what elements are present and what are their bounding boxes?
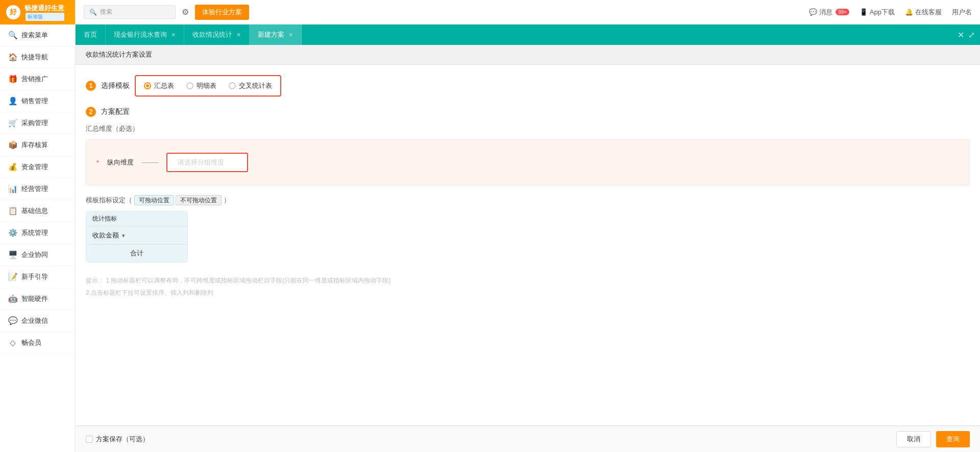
tip1: 提示： 1.拖动标题栏可以调整布局，不可跨维度或指标区域拖动栏目字段(只能在同一… [86,274,970,287]
page-title: 收款情况统计方案设置 [86,51,152,58]
service-label: 在线客服 [915,8,942,17]
tab-new-plan[interactable]: 新建方案 ✕ [250,25,302,45]
sidebar-item-member[interactable]: ◇ 畅会员 [0,332,75,354]
sidebar-item-quick-nav[interactable]: 🏠 快捷导航 [0,46,75,68]
sidebar-item-guide[interactable]: 📝 新手引导 [0,266,75,288]
vertical-dim-label: 纵向维度 [107,158,134,167]
logo-icon: 好 [6,5,20,19]
radio-summary-circle [144,82,151,89]
tab-receipt-stats[interactable]: 收款情况统计 ✕ [184,25,250,45]
step2-section: 2 方案配置 汇总维度（必选） * 纵向维度 —— 请选择分组维度 [86,107,970,299]
tab-new-plan-close[interactable]: ✕ [288,32,293,38]
metrics-dropdown-icon[interactable]: ▾ [122,232,125,239]
bottom-bar: 方案保存（可选） 取消 查询 [76,425,980,452]
main-area: 🔍 搜索 ⚙ 体验行业方案 💬 消息 99+ 📱 App下载 🔔 在线客服 用户… [76,0,980,452]
sidebar-item-label: 库存核算 [21,140,48,150]
sidebar-nav: 🔍 搜索菜单 🏠 快捷导航 🎁 营销推广 👤 销售管理 🛒 采购管理 📦 库存核… [0,25,75,452]
gift-icon: 🎁 [8,75,17,84]
sidebar-item-label: 搜索菜单 [21,31,48,40]
sidebar-item-label: 经营管理 [21,184,48,194]
industry-btn[interactable]: 体验行业方案 [195,5,249,20]
maximize-icon[interactable]: ⤢ [968,30,975,40]
step2-badge: 2 [86,107,96,117]
step1-title: 选择模板 [101,81,130,90]
step1-badge: 1 [86,81,96,91]
tab-receipt-stats-close[interactable]: ✕ [236,32,241,38]
metrics-table: 统计指标 收款金额 ▾ 合计 [86,211,188,263]
sidebar-item-label: 畅会员 [21,338,41,347]
hardware-icon: 🤖 [8,294,17,303]
sidebar-item-cooperation[interactable]: 🖥️ 企业协同 [0,244,75,266]
config-section: 汇总维度（必选） * 纵向维度 —— 请选择分组维度 [86,124,970,299]
download-item[interactable]: 📱 App下载 [860,8,895,17]
search-menu-icon: 🔍 [8,31,17,40]
username-item[interactable]: 用户名 [952,8,972,17]
cancel-button[interactable]: 取消 [896,431,931,447]
gear-icon[interactable]: ⚙ [182,7,189,17]
service-item[interactable]: 🔔 在线客服 [905,8,942,17]
sidebar-item-label: 快捷导航 [21,53,48,62]
sidebar-item-capital[interactable]: 💰 资金管理 [0,156,75,178]
metrics-close-paren: ） [224,196,230,204]
search-bar[interactable]: 🔍 搜索 [84,5,176,19]
tab-receipt-stats-label: 收款情况统计 [192,30,232,39]
required-star: * [96,159,99,166]
metrics-total-label: 合计 [130,249,143,257]
message-item[interactable]: 💬 消息 99+ [809,8,849,17]
radio-detail-circle [186,82,193,89]
metrics-cell-total: 合计 [86,245,187,262]
close-window-icon[interactable]: ✕ [958,30,964,40]
sidebar-item-label: 企业协同 [21,250,48,259]
tab-bar: 首页 现金银行流水查询 ✕ 收款情况统计 ✕ 新建方案 ✕ ✕ ⤢ [76,25,980,45]
query-button[interactable]: 查询 [936,431,970,447]
tab-bank-flow[interactable]: 现金银行流水查询 ✕ [106,25,184,45]
radio-detail[interactable]: 明细表 [186,81,216,90]
sidebar-item-search-menu[interactable]: 🔍 搜索菜单 [0,25,75,46]
save-checkbox[interactable] [86,436,93,443]
dimension-select-placeholder: 请选择分组维度 [178,158,224,166]
sidebar-item-label: 营销推广 [21,75,48,84]
sidebar-item-inventory[interactable]: 📦 库存核算 [0,134,75,156]
guide-icon: 📝 [8,272,17,281]
basic-info-icon: 📋 [8,206,17,216]
tab-new-plan-label: 新建方案 [258,30,284,39]
wechat-icon: 💬 [8,316,17,325]
fixed-legend-item: 不可拖动位置 [176,195,222,205]
metrics-label-start: 模板指标设定（ [86,196,132,204]
message-badge: 99+ [836,9,849,15]
page-container: 收款情况统计方案设置 1 选择模板 汇总表 [76,45,980,425]
save-option[interactable]: 方案保存（可选） [86,435,149,444]
metrics-revenue-label: 收款金额 [92,231,119,240]
sidebar-item-purchase[interactable]: 🛒 采购管理 [0,112,75,134]
sidebar-item-hardware[interactable]: 🤖 智能硬件 [0,288,75,310]
management-icon: 📊 [8,184,17,194]
metrics-cell-revenue[interactable]: 收款金额 ▾ [86,227,187,245]
message-label: 消息 [819,8,832,17]
sidebar-item-wechat[interactable]: 💬 企业微信 [0,310,75,332]
radio-cross-circle [229,82,236,89]
radio-detail-label: 明细表 [197,81,216,90]
tip2: 2.点击标题栏下拉可设置排序、插入列和删除列 [86,287,970,299]
dimension-select[interactable]: 请选择分组维度 [166,153,248,172]
service-icon: 🔔 [905,8,913,16]
radio-cross-label: 交叉统计表 [239,81,272,90]
metrics-settings-title: 模板指标设定（ 可拖动位置 不可拖动位置 ） [86,196,970,205]
tab-bank-flow-close[interactable]: ✕ [171,32,176,38]
sidebar: 好 畅捷通好生意 标准版 🔍 搜索菜单 🏠 快捷导航 🎁 营销推广 👤 销售管理… [0,0,76,452]
cooperation-icon: 🖥️ [8,250,17,259]
sidebar-item-management[interactable]: 📊 经营管理 [0,178,75,200]
capital-icon: 💰 [8,162,17,172]
sidebar-item-basic-info[interactable]: 📋 基础信息 [0,200,75,222]
radio-summary[interactable]: 汇总表 [144,81,174,90]
tab-home[interactable]: 首页 [76,25,106,45]
message-icon: 💬 [809,8,817,16]
sidebar-item-marketing[interactable]: 🎁 营销推广 [0,68,75,90]
sidebar-item-label: 销售管理 [21,97,48,106]
sidebar-item-sales[interactable]: 👤 销售管理 [0,90,75,112]
tab-home-label: 首页 [84,30,97,39]
page-body: 1 选择模板 汇总表 明细表 [76,65,980,319]
radio-cross[interactable]: 交叉统计表 [229,81,272,90]
sidebar-item-system[interactable]: ⚙️ 系统管理 [0,222,75,244]
metrics-settings-section: 模板指标设定（ 可拖动位置 不可拖动位置 ） 统计指标 收款金额 ▾ [86,196,970,264]
download-label: App下载 [870,8,895,17]
